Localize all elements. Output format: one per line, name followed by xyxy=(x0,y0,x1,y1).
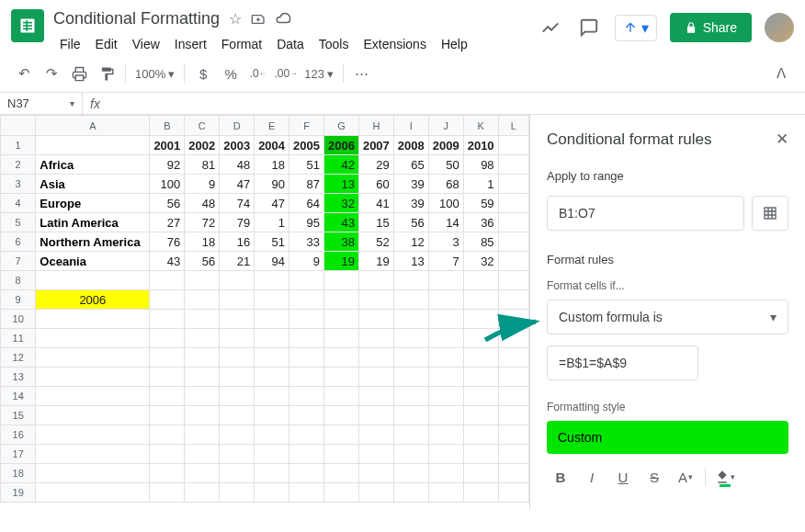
table-cell[interactable]: 43 xyxy=(323,213,358,232)
row-header[interactable]: 16 xyxy=(1,425,36,445)
star-icon[interactable]: ☆ xyxy=(229,10,242,28)
table-cell[interactable]: 16 xyxy=(220,232,255,252)
close-panel-button[interactable]: ✕ xyxy=(776,130,788,149)
table-cell[interactable]: 1 xyxy=(463,175,498,194)
table-cell[interactable]: 3 xyxy=(428,232,463,252)
table-cell[interactable]: 76 xyxy=(150,232,185,252)
row-header[interactable]: 7 xyxy=(1,252,36,271)
history-icon[interactable] xyxy=(538,15,563,40)
move-icon[interactable] xyxy=(251,11,266,26)
condition-dropdown[interactable]: Custom formula is▾ xyxy=(547,300,788,334)
table-cell[interactable]: 14 xyxy=(428,213,463,232)
table-cell[interactable]: 2001 xyxy=(150,136,185,155)
menu-tools[interactable]: Tools xyxy=(312,33,356,55)
row-header[interactable]: 3 xyxy=(1,175,36,194)
table-cell[interactable]: 9 xyxy=(289,252,324,271)
row-header[interactable]: 18 xyxy=(1,464,36,483)
table-cell[interactable]: 7 xyxy=(428,252,463,271)
table-cell[interactable]: 15 xyxy=(358,213,393,232)
table-cell[interactable]: 36 xyxy=(463,213,498,232)
menu-data[interactable]: Data xyxy=(270,33,311,55)
row-header[interactable]: 14 xyxy=(1,387,36,406)
table-cell[interactable]: 2009 xyxy=(428,136,463,155)
table-cell[interactable]: Oceania xyxy=(36,252,150,271)
number-format-dropdown[interactable]: 123 ▾ xyxy=(300,67,337,81)
col-header[interactable]: D xyxy=(220,116,255,136)
table-cell[interactable]: 56 xyxy=(393,213,428,232)
table-cell[interactable]: 2002 xyxy=(185,136,220,155)
table-cell[interactable]: 56 xyxy=(150,194,185,213)
col-header[interactable]: E xyxy=(255,116,289,136)
table-cell[interactable]: 32 xyxy=(323,194,358,213)
table-cell[interactable]: 2010 xyxy=(463,136,498,155)
col-header[interactable]: K xyxy=(463,116,498,136)
row-header[interactable]: 17 xyxy=(1,445,36,464)
fill-color-button[interactable]: ▾ xyxy=(711,463,739,491)
cloud-status-icon[interactable] xyxy=(275,10,291,27)
col-header[interactable]: F xyxy=(289,116,324,136)
table-cell[interactable]: 68 xyxy=(428,175,463,194)
table-cell[interactable]: 100 xyxy=(150,175,185,194)
table-cell[interactable]: 74 xyxy=(220,194,255,213)
name-box[interactable]: N37▾ xyxy=(0,93,83,114)
lookup-year-cell[interactable]: 2006 xyxy=(36,290,150,310)
table-cell[interactable]: 94 xyxy=(255,252,289,271)
table-cell[interactable]: 2007 xyxy=(358,136,393,155)
range-input[interactable]: B1:O7 xyxy=(547,196,744,231)
table-cell[interactable]: Latin America xyxy=(36,213,150,232)
menu-insert[interactable]: Insert xyxy=(168,33,213,55)
row-header[interactable]: 12 xyxy=(1,348,36,368)
row-header[interactable]: 11 xyxy=(1,329,36,348)
row-header[interactable]: 1 xyxy=(1,136,36,155)
text-color-button[interactable]: A▾ xyxy=(672,463,699,491)
table-cell[interactable]: 39 xyxy=(393,175,428,194)
row-header[interactable]: 4 xyxy=(1,194,36,213)
table-cell[interactable]: 13 xyxy=(323,175,358,194)
table-cell[interactable]: 95 xyxy=(289,213,324,232)
table-cell[interactable]: 27 xyxy=(150,213,185,232)
table-cell[interactable]: 38 xyxy=(323,232,358,252)
col-header[interactable]: A xyxy=(36,116,150,136)
collapse-toolbar-button[interactable]: ᐱ xyxy=(768,61,794,86)
table-cell[interactable]: 52 xyxy=(358,232,393,252)
col-header[interactable]: C xyxy=(185,116,220,136)
table-cell[interactable]: 81 xyxy=(185,155,220,175)
table-cell[interactable]: 2003 xyxy=(220,136,255,155)
table-cell[interactable]: 19 xyxy=(358,252,393,271)
row-header[interactable]: 8 xyxy=(1,271,36,290)
table-cell[interactable]: 98 xyxy=(463,155,498,175)
row-header[interactable]: 9 xyxy=(1,290,36,310)
table-cell[interactable]: 43 xyxy=(150,252,185,271)
underline-button[interactable]: U xyxy=(609,463,637,491)
row-header[interactable]: 10 xyxy=(1,310,36,329)
table-cell[interactable]: Northern America xyxy=(36,232,150,252)
table-cell[interactable]: 48 xyxy=(220,155,255,175)
col-header[interactable]: H xyxy=(358,116,393,136)
col-header[interactable]: B xyxy=(150,116,185,136)
menu-format[interactable]: Format xyxy=(215,33,268,55)
table-cell[interactable]: 47 xyxy=(255,194,289,213)
account-avatar[interactable] xyxy=(765,13,794,42)
comments-icon[interactable] xyxy=(576,15,602,40)
table-cell[interactable]: 32 xyxy=(463,252,498,271)
table-cell[interactable]: 42 xyxy=(323,155,358,175)
table-cell[interactable]: 90 xyxy=(255,175,289,194)
table-cell[interactable]: 2005 xyxy=(289,136,324,155)
table-cell[interactable]: 13 xyxy=(393,252,428,271)
table-cell[interactable]: 39 xyxy=(393,194,428,213)
table-cell[interactable]: 60 xyxy=(358,175,393,194)
present-button[interactable]: ▾ xyxy=(615,15,657,41)
table-cell[interactable]: 18 xyxy=(185,232,220,252)
decrease-decimals-button[interactable]: .0← xyxy=(245,61,271,86)
more-toolbar-button[interactable]: ⋯ xyxy=(349,61,375,86)
table-cell[interactable]: 92 xyxy=(150,155,185,175)
percent-button[interactable]: % xyxy=(218,61,244,86)
table-cell[interactable]: 21 xyxy=(220,252,255,271)
table-cell[interactable]: Asia xyxy=(36,175,150,194)
table-cell[interactable]: 87 xyxy=(289,175,324,194)
table-cell[interactable]: Africa xyxy=(36,155,150,175)
table-cell[interactable]: 47 xyxy=(220,175,255,194)
spreadsheet-grid[interactable]: ABCDEFGHIJKL1200120022003200420052006200… xyxy=(0,115,529,509)
row-header[interactable]: 15 xyxy=(1,406,36,425)
paint-format-button[interactable] xyxy=(94,61,119,86)
